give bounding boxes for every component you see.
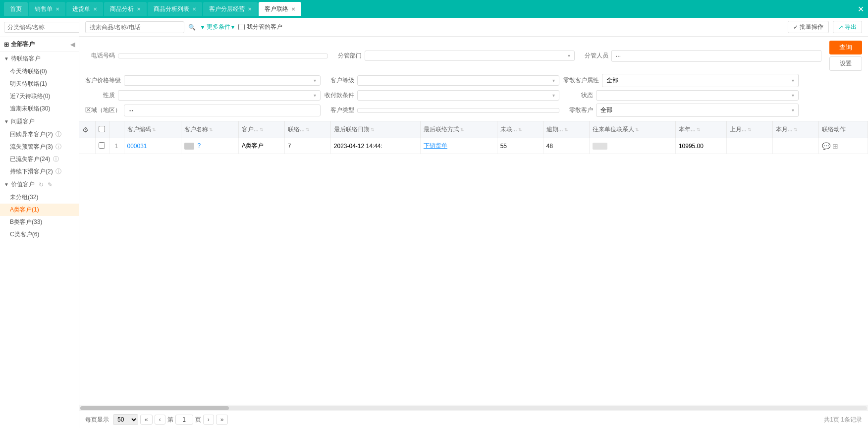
- tab-analysis-close[interactable]: ✕: [137, 6, 141, 12]
- row-checkbox[interactable]: [99, 142, 105, 149]
- th-customer-code[interactable]: 客户编码 ⇅: [124, 121, 181, 138]
- sidebar-search-input[interactable]: [4, 22, 79, 33]
- row-last-method[interactable]: 下销货单: [420, 138, 497, 154]
- payment-select[interactable]: ▾: [357, 90, 560, 101]
- grid-action-icon[interactable]: ⊞: [832, 142, 838, 150]
- retail-attr-select[interactable]: 全部 ▾: [602, 74, 799, 87]
- refresh-icon[interactable]: ↻: [39, 181, 44, 188]
- page-size-label: 每页显示: [85, 416, 109, 424]
- th-customer-name[interactable]: 客户名称 ⇅: [181, 121, 239, 138]
- tab-home[interactable]: 首页: [4, 2, 28, 16]
- last-method-link[interactable]: 下销货单: [424, 142, 447, 149]
- sidebar-all-customers[interactable]: ⊞ 全部客户 ◀: [0, 37, 79, 52]
- nature-select[interactable]: ▾: [118, 90, 321, 101]
- sidebar-item-churn-warning[interactable]: 流失预警客户(3) ⓘ: [0, 141, 79, 153]
- sidebar-item-7days-pending[interactable]: 近7天待联络(0): [0, 90, 79, 103]
- filter-search-icon[interactable]: 🔍: [188, 24, 196, 31]
- customer-level-select[interactable]: ▾: [357, 75, 560, 86]
- th-customer-type[interactable]: 客户... ⇅: [238, 121, 284, 138]
- first-page-btn[interactable]: «: [140, 415, 153, 425]
- tab-customer-contact[interactable]: 客户联络 ✕: [259, 2, 301, 16]
- sidebar-search-bar: 🔍: [0, 18, 79, 37]
- retail-select[interactable]: 全部 ▾: [596, 104, 799, 117]
- tab-analysis-list-close[interactable]: ✕: [192, 6, 196, 12]
- sidebar-item-tomorrow-pending[interactable]: 明天待联络(1): [0, 78, 79, 90]
- th-last-method[interactable]: 最后联络方式 ⇅: [420, 121, 497, 138]
- chat-icon[interactable]: 💬: [822, 142, 830, 150]
- sidebar-item-repurchase-abnormal[interactable]: 回购异常客户(2) ⓘ: [0, 128, 79, 141]
- horizontal-scrollbar[interactable]: [79, 405, 868, 411]
- th-this-year[interactable]: 本年... ⇅: [675, 121, 726, 138]
- sort-icon-code: ⇅: [152, 127, 156, 132]
- my-customers-checkbox[interactable]: [238, 24, 245, 30]
- sidebar-group-value[interactable]: ▼ 价值客户 ↻ ✎: [0, 178, 79, 191]
- customer-type-input[interactable]: [357, 108, 560, 113]
- settings-btn[interactable]: 设置: [829, 56, 862, 71]
- retail-attr-chevron: ▾: [792, 78, 794, 83]
- sort-icon-not-contact: ⇅: [518, 127, 522, 132]
- batch-operations-btn[interactable]: ✓ 批量操作: [788, 21, 829, 33]
- sidebar-group-problem[interactable]: ▼ 问题客户: [0, 115, 79, 128]
- prev-page-btn[interactable]: ‹: [155, 415, 165, 425]
- sidebar-item-declining[interactable]: 持续下滑客户(2) ⓘ: [0, 165, 79, 178]
- phone-input[interactable]: [118, 54, 328, 58]
- th-last-month[interactable]: 上月... ⇅: [726, 121, 772, 138]
- region-input[interactable]: ···: [124, 105, 321, 116]
- sidebar-item-b-class[interactable]: B类客户(33): [0, 216, 79, 228]
- filter-more-btn[interactable]: ▼ 更多条件 ▾: [200, 23, 234, 31]
- tab-sales-close[interactable]: ✕: [55, 6, 59, 12]
- customer-level-chevron: ▾: [552, 78, 555, 83]
- manager-input[interactable]: ···: [611, 50, 821, 62]
- sidebar-item-ungrouped[interactable]: 未分组(32): [0, 191, 79, 204]
- sidebar-item-overdue-pending[interactable]: 逾期未联络(30): [0, 103, 79, 115]
- tab-analysis-list[interactable]: 商品分析列表 ✕: [148, 2, 202, 16]
- sidebar-item-churned[interactable]: 已流失客户(24) ⓘ: [0, 153, 79, 165]
- close-all-tabs[interactable]: ✕: [858, 4, 864, 14]
- tab-sales-label: 销售单: [35, 5, 53, 13]
- last-page-btn[interactable]: »: [216, 415, 228, 425]
- scrollbar-thumb[interactable]: [80, 406, 229, 410]
- sidebar-group-pending[interactable]: ▼ 待联络客户: [0, 52, 79, 65]
- next-page-btn[interactable]: ›: [203, 415, 214, 425]
- tab-sales[interactable]: 销售单 ✕: [29, 2, 65, 16]
- th-settings[interactable]: ⚙: [79, 121, 95, 138]
- page-label: 第: [167, 416, 173, 424]
- th-last-date[interactable]: 最后联络日期 ⇅: [330, 121, 420, 138]
- edit-icon[interactable]: ✎: [48, 181, 53, 188]
- th-overdue[interactable]: 逾期... ⇅: [543, 121, 589, 138]
- filter-my-customers[interactable]: 我分管的客户: [238, 23, 282, 31]
- query-btn[interactable]: 查询: [829, 41, 862, 54]
- tab-purchase[interactable]: 进货单 ✕: [66, 2, 103, 16]
- tab-customer-contact-close[interactable]: ✕: [291, 6, 295, 12]
- select-all-checkbox[interactable]: [99, 126, 105, 132]
- batch-check-icon: ✓: [793, 24, 798, 31]
- status-select[interactable]: ▾: [596, 90, 799, 101]
- sidebar-item-c-class[interactable]: C类客户(6): [0, 228, 79, 241]
- export-btn[interactable]: ↗ 导出: [833, 21, 862, 33]
- tab-analysis[interactable]: 商品分析 ✕: [104, 2, 147, 16]
- my-customers-label: 我分管的客户: [247, 23, 282, 31]
- th-num: [109, 121, 124, 138]
- filter-customer-level: 客户等级 ▾: [325, 75, 560, 86]
- filter-search-input[interactable]: [85, 21, 184, 33]
- row-code[interactable]: 000031: [124, 138, 181, 154]
- tab-customer-segment[interactable]: 客户分层经营 ✕: [203, 2, 258, 16]
- tab-purchase-close[interactable]: ✕: [93, 6, 97, 12]
- sidebar-item-today-pending[interactable]: 今天待联络(0): [0, 65, 79, 78]
- payment-label: 收付款条件: [325, 91, 354, 100]
- customer-level-label: 客户等级: [325, 76, 354, 85]
- dept-select[interactable]: ▾: [365, 51, 575, 61]
- th-this-month[interactable]: 本月... ⇅: [772, 121, 818, 138]
- row-name[interactable]: ?: [181, 138, 239, 154]
- sidebar-item-a-class[interactable]: A类客户(1): [0, 204, 79, 216]
- page-input[interactable]: [175, 415, 193, 425]
- th-not-contact[interactable]: 未联... ⇅: [497, 121, 543, 138]
- settings-gear-icon[interactable]: ⚙: [82, 126, 89, 134]
- sidebar-collapse-btn[interactable]: ◀: [70, 41, 75, 48]
- not-contact-label: 未联...: [500, 125, 517, 134]
- th-unit-contact[interactable]: 往来单位联系人 ⇅: [589, 121, 675, 138]
- th-contact[interactable]: 联络... ⇅: [284, 121, 330, 138]
- page-size-select[interactable]: 50 100 200: [113, 414, 138, 425]
- tab-customer-segment-close[interactable]: ✕: [248, 6, 252, 12]
- price-level-select[interactable]: ▾: [124, 75, 321, 86]
